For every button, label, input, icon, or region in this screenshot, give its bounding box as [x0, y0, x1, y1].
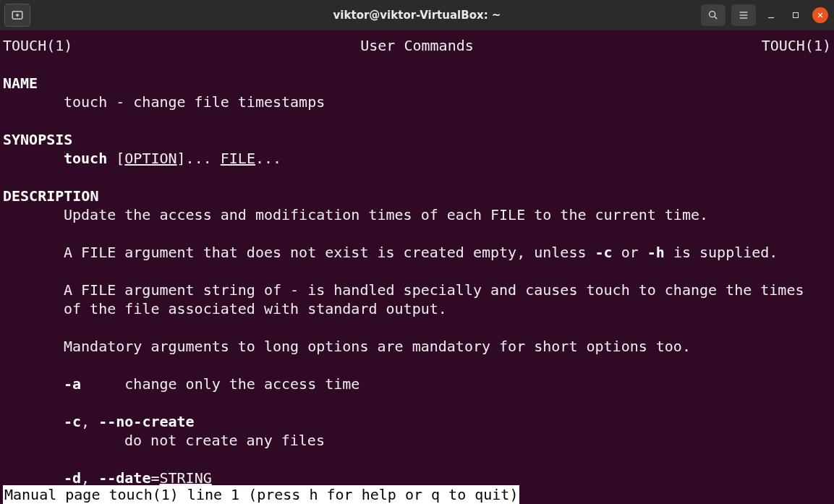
- minimize-button[interactable]: [762, 6, 780, 25]
- svg-rect-9: [793, 13, 799, 18]
- description-line-2: A FILE argument that does not exist is c…: [0, 243, 834, 262]
- name-line: touch - change file timestamps: [0, 93, 834, 111]
- description-line-1: Update the access and modification times…: [0, 205, 834, 224]
- description-line-4: Mandatory arguments to long options are …: [0, 337, 834, 356]
- maximize-button[interactable]: [786, 6, 805, 25]
- close-icon: [812, 7, 828, 23]
- terminal-viewport[interactable]: TOUCH(1) User Commands TOUCH(1) NAME tou…: [0, 30, 834, 504]
- new-tab-button[interactable]: [4, 4, 30, 27]
- option-c-desc: do not create any files: [0, 431, 834, 450]
- man-header-right: TOUCH(1): [762, 36, 831, 55]
- search-button[interactable]: [701, 4, 726, 26]
- description-line-3b: of the file associated with standard out…: [0, 299, 834, 318]
- titlebar: viktor@viktor-VirtualBox: ~: [0, 0, 834, 30]
- window-controls: [701, 4, 830, 26]
- man-header-row: TOUCH(1) User Commands TOUCH(1): [0, 36, 834, 55]
- description-line-3a: A FILE argument string of - is handled s…: [0, 281, 834, 299]
- section-description-heading: DESCRIPTION: [0, 187, 834, 205]
- close-button[interactable]: [811, 6, 830, 25]
- section-synopsis-heading: SYNOPSIS: [0, 130, 834, 149]
- man-header-left: TOUCH(1): [3, 36, 72, 55]
- synopsis-line: touch [OPTION]... FILE...: [0, 149, 834, 168]
- svg-point-3: [710, 12, 715, 17]
- man-header-center: User Commands: [360, 36, 474, 55]
- synopsis-cmd: touch: [64, 150, 107, 167]
- man-status-line: Manual page touch(1) line 1 (press h for…: [3, 485, 519, 504]
- synopsis-option: OPTION: [124, 150, 176, 167]
- synopsis-file: FILE: [221, 150, 255, 167]
- svg-line-4: [715, 17, 717, 19]
- section-name-heading: NAME: [0, 74, 834, 93]
- menu-button[interactable]: [731, 4, 756, 26]
- option-c: -c, --no-create: [0, 412, 834, 431]
- option-a: -a change only the access time: [0, 375, 834, 393]
